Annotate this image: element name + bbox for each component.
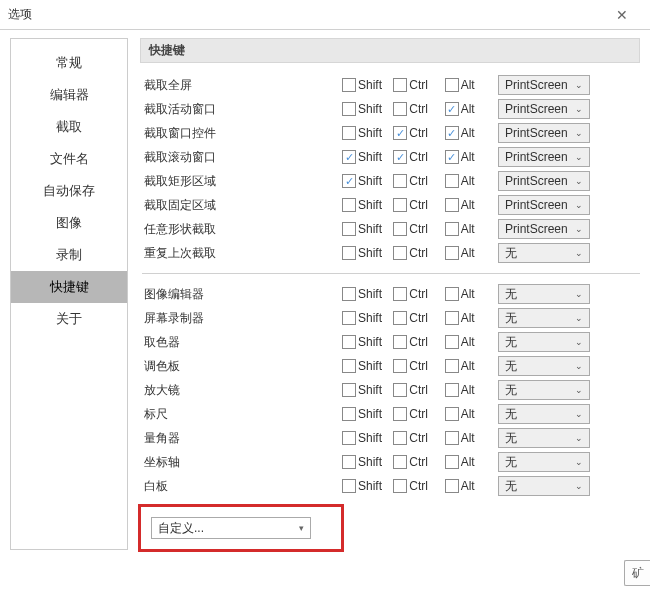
alt-checkbox[interactable] <box>445 287 459 301</box>
shift-checkbox[interactable] <box>342 222 356 236</box>
shift-checkbox[interactable] <box>342 383 356 397</box>
shift-label: Shift <box>358 383 382 397</box>
alt-checkbox[interactable] <box>445 126 459 140</box>
ctrl-modifier: Ctrl <box>393 431 442 445</box>
sidebar-item-7[interactable]: 快捷键 <box>11 271 127 303</box>
alt-checkbox[interactable] <box>445 455 459 469</box>
sidebar: 常规编辑器截取文件名自动保存图像录制快捷键关于 <box>10 38 128 550</box>
alt-checkbox[interactable] <box>445 222 459 236</box>
ctrl-checkbox[interactable] <box>393 479 407 493</box>
key-select[interactable]: PrintScreen⌄ <box>498 195 590 215</box>
ctrl-checkbox[interactable] <box>393 287 407 301</box>
shift-checkbox[interactable] <box>342 335 356 349</box>
alt-checkbox[interactable] <box>445 246 459 260</box>
ctrl-checkbox[interactable] <box>393 359 407 373</box>
key-select[interactable]: 无⌄ <box>498 243 590 263</box>
shift-checkbox[interactable] <box>342 102 356 116</box>
alt-checkbox[interactable] <box>445 359 459 373</box>
shift-modifier: Shift <box>342 198 391 212</box>
chevron-down-icon: ⌄ <box>575 80 583 90</box>
key-select[interactable]: 无⌄ <box>498 476 590 496</box>
alt-checkbox[interactable] <box>445 102 459 116</box>
sidebar-item-5[interactable]: 图像 <box>11 207 127 239</box>
key-select[interactable]: PrintScreen⌄ <box>498 75 590 95</box>
key-select-value: 无 <box>505 358 517 375</box>
shift-checkbox[interactable] <box>342 287 356 301</box>
alt-checkbox[interactable] <box>445 335 459 349</box>
ctrl-checkbox[interactable] <box>393 246 407 260</box>
alt-checkbox[interactable] <box>445 383 459 397</box>
ctrl-checkbox[interactable] <box>393 126 407 140</box>
ctrl-checkbox[interactable] <box>393 407 407 421</box>
alt-checkbox[interactable] <box>445 479 459 493</box>
key-select[interactable]: 无⌄ <box>498 428 590 448</box>
key-select-value: 无 <box>505 478 517 495</box>
key-select[interactable]: 无⌄ <box>498 332 590 352</box>
key-select[interactable]: PrintScreen⌄ <box>498 147 590 167</box>
key-select[interactable]: 无⌄ <box>498 356 590 376</box>
key-select[interactable]: 无⌄ <box>498 308 590 328</box>
alt-label: Alt <box>461 246 475 260</box>
key-select[interactable]: 无⌄ <box>498 284 590 304</box>
ctrl-checkbox[interactable] <box>393 78 407 92</box>
alt-checkbox[interactable] <box>445 174 459 188</box>
shortcut-label: 标尺 <box>142 406 342 423</box>
ctrl-label: Ctrl <box>409 174 428 188</box>
sidebar-item-3[interactable]: 文件名 <box>11 143 127 175</box>
ctrl-checkbox[interactable] <box>393 222 407 236</box>
sidebar-item-6[interactable]: 录制 <box>11 239 127 271</box>
key-select-value: 无 <box>505 406 517 423</box>
close-button[interactable]: ✕ <box>602 0 642 30</box>
alt-checkbox[interactable] <box>445 431 459 445</box>
alt-checkbox[interactable] <box>445 150 459 164</box>
shift-label: Shift <box>358 222 382 236</box>
ctrl-checkbox[interactable] <box>393 150 407 164</box>
key-select[interactable]: PrintScreen⌄ <box>498 219 590 239</box>
key-select[interactable]: PrintScreen⌄ <box>498 99 590 119</box>
shift-checkbox[interactable] <box>342 431 356 445</box>
ctrl-checkbox[interactable] <box>393 102 407 116</box>
shift-checkbox[interactable] <box>342 407 356 421</box>
alt-checkbox[interactable] <box>445 407 459 421</box>
shift-checkbox[interactable] <box>342 246 356 260</box>
shortcut-label: 截取窗口控件 <box>142 125 342 142</box>
sidebar-item-8[interactable]: 关于 <box>11 303 127 335</box>
key-select[interactable]: PrintScreen⌄ <box>498 171 590 191</box>
ctrl-checkbox[interactable] <box>393 174 407 188</box>
sidebar-item-1[interactable]: 编辑器 <box>11 79 127 111</box>
ctrl-checkbox[interactable] <box>393 383 407 397</box>
key-select[interactable]: PrintScreen⌄ <box>498 123 590 143</box>
ctrl-checkbox[interactable] <box>393 431 407 445</box>
shift-checkbox[interactable] <box>342 78 356 92</box>
key-select[interactable]: 无⌄ <box>498 404 590 424</box>
modifier-group: ShiftCtrlAlt <box>342 479 494 493</box>
alt-checkbox[interactable] <box>445 311 459 325</box>
key-select[interactable]: 无⌄ <box>498 452 590 472</box>
shift-checkbox[interactable] <box>342 126 356 140</box>
shift-checkbox[interactable] <box>342 150 356 164</box>
footer-button-partial[interactable]: 矿 <box>624 560 650 586</box>
key-select-value: PrintScreen <box>505 174 568 188</box>
ctrl-checkbox[interactable] <box>393 455 407 469</box>
modifier-group: ShiftCtrlAlt <box>342 78 494 92</box>
shift-checkbox[interactable] <box>342 174 356 188</box>
key-select[interactable]: 无⌄ <box>498 380 590 400</box>
shift-checkbox[interactable] <box>342 479 356 493</box>
shift-checkbox[interactable] <box>342 198 356 212</box>
shift-checkbox[interactable] <box>342 311 356 325</box>
key-select-value: PrintScreen <box>505 222 568 236</box>
ctrl-checkbox[interactable] <box>393 198 407 212</box>
shortcut-label: 白板 <box>142 478 342 495</box>
ctrl-checkbox[interactable] <box>393 311 407 325</box>
sidebar-item-0[interactable]: 常规 <box>11 47 127 79</box>
sidebar-item-4[interactable]: 自动保存 <box>11 175 127 207</box>
shift-checkbox[interactable] <box>342 455 356 469</box>
custom-dropdown[interactable]: 自定义... ▾ <box>151 517 311 539</box>
sidebar-item-2[interactable]: 截取 <box>11 111 127 143</box>
ctrl-modifier: Ctrl <box>393 311 442 325</box>
alt-checkbox[interactable] <box>445 198 459 212</box>
shift-checkbox[interactable] <box>342 359 356 373</box>
ctrl-checkbox[interactable] <box>393 335 407 349</box>
alt-checkbox[interactable] <box>445 78 459 92</box>
ctrl-label: Ctrl <box>409 335 428 349</box>
